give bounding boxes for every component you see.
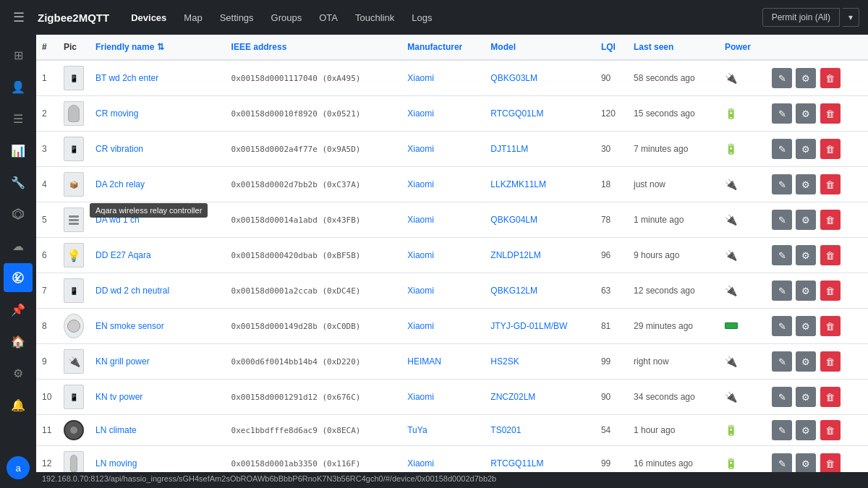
- delete-button[interactable]: 🗑: [820, 387, 841, 407]
- device-name-link[interactable]: BT wd 2ch enter: [95, 73, 158, 83]
- config-button[interactable]: ⚙: [796, 387, 816, 407]
- nav-logs[interactable]: Logs: [404, 8, 439, 27]
- sidebar-bell[interactable]: 🔔: [4, 390, 33, 419]
- manufacturer-sort[interactable]: Manufacturer: [407, 42, 462, 52]
- device-name-link[interactable]: CR moving: [95, 108, 138, 119]
- delete-button[interactable]: 🗑: [820, 245, 841, 265]
- edit-button[interactable]: ✎: [772, 316, 792, 336]
- config-button[interactable]: ⚙: [796, 420, 816, 440]
- config-button[interactable]: ⚙: [796, 139, 816, 159]
- model-link[interactable]: QBKG03LM: [490, 73, 537, 83]
- manufacturer-link[interactable]: Xiaomi: [407, 108, 434, 119]
- device-name-link[interactable]: LN climate: [95, 425, 137, 435]
- config-button[interactable]: ⚙: [796, 245, 816, 265]
- config-button[interactable]: ⚙: [796, 68, 816, 88]
- edit-button[interactable]: ✎: [772, 139, 792, 159]
- model-link[interactable]: TS0201: [490, 425, 521, 435]
- edit-button[interactable]: ✎: [772, 351, 792, 372]
- model-link[interactable]: HS2SK: [490, 356, 519, 367]
- sidebar-pin[interactable]: 📌: [4, 295, 33, 324]
- model-link[interactable]: JTYJ-GD-01LM/BW: [490, 321, 567, 331]
- sidebar-home[interactable]: 🏠: [4, 327, 33, 356]
- config-button[interactable]: ⚙: [796, 351, 816, 372]
- delete-button[interactable]: 🗑: [820, 68, 841, 88]
- manufacturer-link[interactable]: Xiaomi: [407, 392, 434, 402]
- manufacturer-link[interactable]: Xiaomi: [407, 250, 434, 260]
- permit-join-button[interactable]: Permit join (All): [762, 8, 840, 27]
- sidebar-settings[interactable]: ⚙: [4, 359, 33, 388]
- nav-devices[interactable]: Devices: [124, 8, 174, 27]
- device-name-link[interactable]: EN smoke sensor: [95, 321, 164, 331]
- nav-map[interactable]: Map: [176, 8, 209, 27]
- sidebar-tools[interactable]: 🔧: [4, 168, 33, 197]
- edit-button[interactable]: ✎: [772, 103, 792, 124]
- manufacturer-link[interactable]: Xiaomi: [407, 144, 434, 154]
- power-sort[interactable]: Power: [725, 42, 751, 52]
- device-table-wrap[interactable]: # Pic Friendly name ⇅ IEEE address Manuf…: [36, 35, 868, 472]
- sidebar-zigbee[interactable]: [4, 263, 33, 292]
- model-link[interactable]: RTCGQ01LM: [490, 108, 543, 119]
- lqi-sort[interactable]: LQI: [601, 42, 616, 52]
- delete-button[interactable]: 🗑: [820, 316, 841, 336]
- sidebar-cloud[interactable]: ☁: [4, 231, 33, 260]
- manufacturer-link[interactable]: Xiaomi: [407, 458, 434, 468]
- manufacturer-link[interactable]: Xiaomi: [407, 215, 434, 225]
- device-name-link[interactable]: DD E27 Aqara: [95, 250, 151, 260]
- delete-button[interactable]: 🗑: [820, 453, 841, 472]
- edit-button[interactable]: ✎: [772, 420, 792, 440]
- nav-touchlink[interactable]: Touchlink: [348, 8, 401, 27]
- manufacturer-link[interactable]: HEIMAN: [407, 356, 441, 367]
- device-name-link[interactable]: KN tv power: [95, 392, 142, 402]
- model-sort[interactable]: Model: [490, 42, 516, 52]
- manufacturer-link[interactable]: Xiaomi: [407, 286, 434, 296]
- device-name-link[interactable]: KN grill power: [95, 356, 150, 367]
- device-name-link[interactable]: LN moving: [95, 458, 137, 468]
- config-button[interactable]: ⚙: [796, 316, 816, 336]
- user-avatar[interactable]: a: [7, 456, 30, 479]
- lastseen-sort[interactable]: Last seen: [634, 42, 673, 52]
- edit-button[interactable]: ✎: [772, 453, 792, 472]
- delete-button[interactable]: 🗑: [820, 103, 841, 124]
- delete-button[interactable]: 🗑: [820, 139, 841, 159]
- delete-button[interactable]: 🗑: [820, 351, 841, 372]
- edit-button[interactable]: ✎: [772, 174, 792, 194]
- friendly-name-sort[interactable]: Friendly name ⇅: [95, 42, 164, 52]
- device-name-link[interactable]: DA wd 1 ch: [95, 215, 140, 225]
- delete-button[interactable]: 🗑: [820, 174, 841, 194]
- config-button[interactable]: ⚙: [796, 453, 816, 472]
- device-name-link[interactable]: DD wd 2 ch neutral: [95, 286, 169, 296]
- edit-button[interactable]: ✎: [772, 245, 792, 265]
- model-link[interactable]: ZNLDP12LM: [490, 250, 540, 260]
- config-button[interactable]: ⚙: [796, 103, 816, 124]
- manufacturer-link[interactable]: Xiaomi: [407, 179, 434, 189]
- model-link[interactable]: ZNCZ02LM: [490, 392, 535, 402]
- permit-join-dropdown[interactable]: ▾: [843, 8, 859, 27]
- edit-button[interactable]: ✎: [772, 68, 792, 88]
- delete-button[interactable]: 🗑: [820, 210, 841, 230]
- edit-button[interactable]: ✎: [772, 210, 792, 230]
- delete-button[interactable]: 🗑: [820, 281, 841, 301]
- edit-button[interactable]: ✎: [772, 281, 792, 301]
- sidebar-users[interactable]: 👤: [4, 72, 33, 101]
- model-link[interactable]: QBKG04LM: [490, 215, 537, 225]
- sidebar-chart[interactable]: 📊: [4, 136, 33, 165]
- nav-settings[interactable]: Settings: [213, 8, 261, 27]
- delete-button[interactable]: 🗑: [820, 420, 841, 440]
- config-button[interactable]: ⚙: [796, 281, 816, 301]
- model-link[interactable]: LLKZMK11LM: [490, 179, 546, 189]
- ieee-sort[interactable]: IEEE address: [231, 42, 287, 52]
- model-link[interactable]: QBKG12LM: [490, 286, 537, 296]
- config-button[interactable]: ⚙: [796, 210, 816, 230]
- edit-button[interactable]: ✎: [772, 387, 792, 407]
- manufacturer-link[interactable]: Xiaomi: [407, 73, 434, 83]
- sidebar-dashboard[interactable]: ⊞: [4, 40, 33, 69]
- sidebar-network[interactable]: [4, 200, 33, 228]
- sidebar-list[interactable]: ☰: [4, 104, 33, 133]
- device-name-link[interactable]: CR vibration: [95, 144, 143, 154]
- config-button[interactable]: ⚙: [796, 174, 816, 194]
- model-link[interactable]: DJT11LM: [490, 144, 528, 154]
- model-link[interactable]: RTCGQ11LM: [490, 458, 543, 468]
- manufacturer-link[interactable]: TuYa: [407, 425, 427, 435]
- nav-groups[interactable]: Groups: [264, 8, 310, 27]
- hamburger-icon[interactable]: ☰: [9, 5, 29, 30]
